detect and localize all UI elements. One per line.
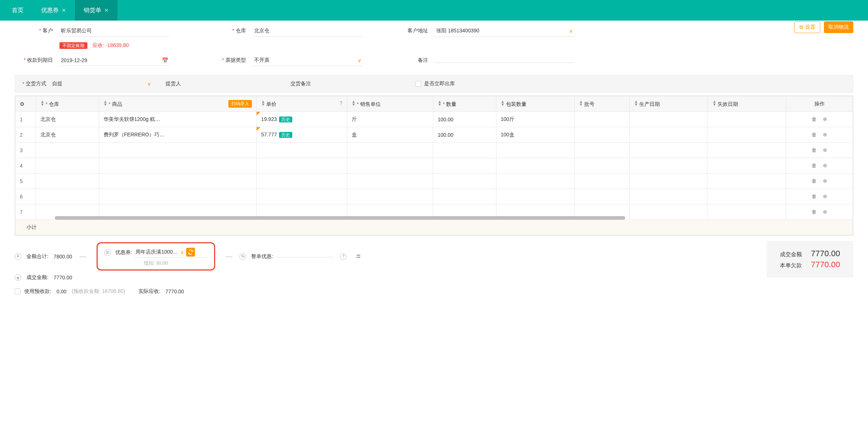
cancel-logistics-button[interactable]: 取消物流 — [824, 21, 853, 33]
cell-pack[interactable] — [496, 143, 574, 158]
cell-price[interactable] — [257, 158, 347, 173]
remark-input[interactable] — [435, 58, 574, 63]
cell-price[interactable]: 57.777历史 — [257, 127, 347, 143]
cell-batch[interactable] — [574, 143, 629, 158]
col-exp-date[interactable]: 失效日期 — [708, 96, 786, 112]
cell-warehouse[interactable] — [36, 143, 99, 158]
invoice-type-input[interactable]: 不开票∨ — [253, 55, 363, 66]
table-row[interactable]: 2 北京仓 费列罗（FERRERO）巧… 57.777历史 盒 100.00 1… — [15, 127, 853, 143]
cell-exp-date[interactable] — [708, 204, 786, 220]
col-prod-date[interactable]: 生产日期 — [630, 96, 708, 112]
cell-product[interactable] — [99, 173, 257, 189]
tab-home[interactable]: 首页 — [3, 0, 32, 21]
col-product[interactable]: *商品扫码录入 — [99, 96, 257, 112]
cell-prod-date[interactable] — [630, 112, 708, 127]
cell-unit[interactable]: 斤 — [347, 112, 433, 127]
cell-qty[interactable] — [433, 143, 496, 158]
table-settings-button[interactable]: ⚙ — [15, 96, 36, 112]
cell-price[interactable] — [257, 173, 347, 189]
cell-product[interactable]: 华美华夫软饼1200g 糕… — [99, 112, 257, 127]
customer-input[interactable]: 昕乐贸易公司 — [59, 25, 170, 37]
cell-unit[interactable] — [347, 143, 433, 158]
cell-exp-date[interactable] — [708, 189, 786, 204]
cell-exp-date[interactable] — [708, 127, 786, 143]
help-icon[interactable]: ? — [340, 253, 347, 260]
refresh-coupon-button[interactable] — [186, 248, 195, 257]
use-prepay-checkbox[interactable] — [15, 289, 21, 294]
delete-row-icon[interactable]: 🗑 — [811, 209, 817, 215]
cell-prod-date[interactable] — [630, 143, 708, 158]
table-row[interactable]: 4 🗑 ⊕ — [15, 158, 853, 173]
cell-product[interactable] — [99, 143, 257, 158]
delete-row-icon[interactable]: 🗑 — [811, 193, 817, 200]
cell-qty[interactable] — [433, 189, 496, 204]
delete-row-icon[interactable]: 🗑 — [811, 147, 817, 154]
history-tag[interactable]: 历史 — [279, 132, 292, 138]
cell-unit[interactable] — [347, 173, 433, 189]
add-row-icon[interactable]: ⊕ — [822, 147, 828, 154]
cell-prod-date[interactable] — [630, 173, 708, 189]
col-sale-unit[interactable]: *销售单位 — [347, 96, 433, 112]
cell-prod-date[interactable] — [630, 204, 708, 220]
cell-qty[interactable] — [433, 158, 496, 173]
cell-qty[interactable]: 100.00 — [433, 112, 496, 127]
add-row-icon[interactable]: ⊕ — [822, 209, 828, 215]
col-batch[interactable]: 批号 — [574, 96, 629, 112]
cell-exp-date[interactable] — [708, 158, 786, 173]
history-tag[interactable]: 历史 — [279, 117, 292, 122]
cell-pack[interactable] — [496, 158, 574, 173]
coupon-select[interactable]: 周年店庆满1000… ∨ — [134, 247, 207, 258]
cell-exp-date[interactable] — [708, 173, 786, 189]
cell-product[interactable]: 费列罗（FERRERO）巧… — [99, 127, 257, 143]
payment-due-input[interactable]: 2019-12-29📅 — [59, 55, 170, 66]
cell-product[interactable] — [99, 158, 257, 173]
cell-batch[interactable] — [574, 173, 629, 189]
cell-unit[interactable] — [347, 189, 433, 204]
tab-coupon[interactable]: 优惠券✕ — [32, 0, 75, 21]
cell-pack[interactable] — [496, 189, 574, 204]
col-qty[interactable]: *数量 — [433, 96, 496, 112]
cell-price[interactable] — [257, 143, 347, 158]
add-row-icon[interactable]: ⊕ — [822, 162, 828, 169]
add-row-icon[interactable]: ⊕ — [822, 132, 828, 138]
add-row-icon[interactable]: ⊕ — [822, 116, 828, 123]
table-row[interactable]: 3 🗑 ⊕ — [15, 143, 853, 158]
add-row-icon[interactable]: ⊕ — [822, 178, 828, 185]
cell-batch[interactable] — [574, 189, 629, 204]
col-pack-qty[interactable]: 包装数量 — [496, 96, 574, 112]
order-discount-input[interactable] — [276, 255, 335, 257]
cell-warehouse[interactable]: 北京仓 — [36, 112, 99, 127]
cell-warehouse[interactable] — [36, 158, 99, 173]
cell-batch[interactable] — [574, 158, 629, 173]
horizontal-scrollbar[interactable] — [55, 216, 625, 220]
cell-warehouse[interactable]: 北京仓 — [36, 127, 99, 143]
cell-pack[interactable]: 100斤 — [496, 112, 574, 127]
cell-unit[interactable] — [347, 158, 433, 173]
cell-pack[interactable] — [496, 173, 574, 189]
cell-price[interactable]: 19.923历史 — [257, 112, 347, 127]
settings-button[interactable]: ⚙设置 — [794, 21, 820, 33]
delete-row-icon[interactable]: 🗑 — [811, 178, 817, 185]
table-row[interactable]: 6 🗑 ⊕ — [15, 189, 853, 204]
cell-prod-date[interactable] — [630, 127, 708, 143]
delete-row-icon[interactable]: 🗑 — [811, 116, 817, 123]
cell-prod-date[interactable] — [630, 189, 708, 204]
cell-price[interactable] — [257, 189, 347, 204]
close-icon[interactable]: ✕ — [104, 7, 109, 13]
cell-warehouse[interactable] — [36, 189, 99, 204]
cell-prod-date[interactable] — [630, 158, 708, 173]
cell-batch[interactable] — [574, 112, 629, 127]
cell-qty[interactable]: 100.00 — [433, 127, 496, 143]
table-row[interactable]: 1 北京仓 华美华夫软饼1200g 糕… 19.923历史 斤 100.00 1… — [15, 112, 853, 127]
delete-row-icon[interactable]: 🗑 — [811, 132, 817, 138]
delete-row-icon[interactable]: 🗑 — [811, 162, 817, 169]
help-icon[interactable]: ? — [340, 100, 343, 106]
cell-exp-date[interactable] — [708, 112, 786, 127]
cell-product[interactable] — [99, 189, 257, 204]
col-warehouse[interactable]: *仓库 — [36, 96, 99, 112]
cell-unit[interactable]: 盒 — [347, 127, 433, 143]
col-price[interactable]: 单价? — [257, 96, 347, 112]
close-icon[interactable]: ✕ — [62, 7, 66, 13]
table-row[interactable]: 5 🗑 ⊕ — [15, 173, 853, 189]
add-row-icon[interactable]: ⊕ — [822, 193, 828, 200]
